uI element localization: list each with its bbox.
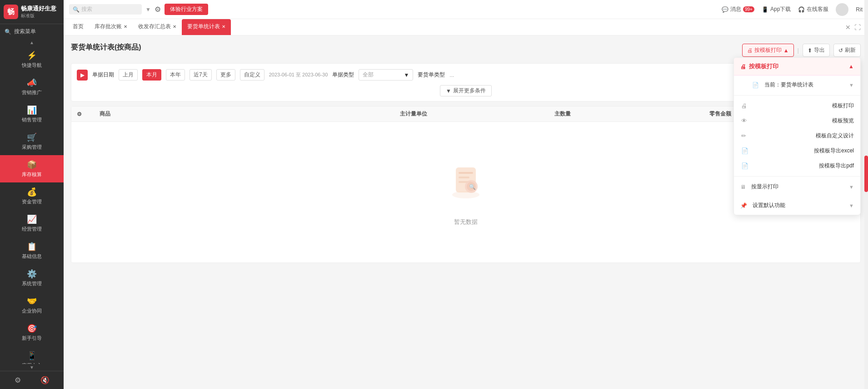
tab-inventory-batch[interactable]: 库存批次账 ✕ [89,19,133,35]
sidebar-item-finance[interactable]: 💰 资金管理 [0,182,64,210]
dropdown-default-function[interactable]: 📌 设置默认功能 ▼ [734,198,860,213]
dropdown-current-template[interactable]: 📄 当前：要货单统计表 ▼ [734,77,860,92]
window-maximize-button[interactable]: ⛶ [854,24,861,31]
expand-down-icon: ▼ [446,88,451,94]
tab-close-inventory-batch[interactable]: ✕ [124,24,127,29]
right-scrollbar[interactable] [864,0,868,389]
dropdown-item-template-custom[interactable]: ✏ 模板自定义设计 [734,128,860,143]
topbar: 🔍 搜索 ▼ ⚙ 体验行业方案 💬 消息 99+ 📱 App下载 🎧 在线客服 … [64,0,868,19]
online-service-button[interactable]: 🎧 在线客服 [798,5,828,13]
operation-icon: 📈 [27,214,37,224]
app-logo-text: 畅康通好生意 标准版 [21,5,56,19]
sidebar-item-inventory[interactable]: 📦 库存核算 [0,155,64,182]
doc-type-chevron-icon: ▼ [404,72,409,78]
empty-state-icon: 🔍 [443,158,489,212]
dropdown-divider-2 [734,176,860,177]
expand-more-button[interactable]: ▼ 展开更多条件 [440,85,492,96]
dropdown-item-template-print[interactable]: 🖨 模板打印 [734,98,860,113]
sidebar-item-basic[interactable]: 📋 基础信息 [0,237,64,264]
window-close-button[interactable]: ✕ [845,24,851,31]
filter-expand-arrow[interactable]: ▶ [77,70,88,81]
doc-type-label: 单据类型 [332,71,354,79]
dropdown-divider-1 [734,95,860,96]
table-col-qty: 主数量 [554,110,700,118]
date-range-display: 2023-06-01 至 2023-06-30 [269,71,328,78]
sidebar-search[interactable]: 🔍 搜索菜单 [0,24,64,39]
avatar[interactable] [836,3,848,16]
guide-icon: 🎯 [27,323,37,333]
sidebar-item-sales[interactable]: 📊 销售管理 [0,101,64,128]
default-function-chevron-icon: ▼ [849,203,854,208]
dropdown-display-print[interactable]: 🖥 按显示打印 ▼ [734,179,860,194]
sidebar-logo: 畅 畅康通好生意 标准版 [0,0,64,24]
page-title: 要货单统计表(按商品) [71,43,141,52]
sidebar-scroll-down[interactable]: ▼ [0,364,64,371]
messages-badge: 99+ [743,6,754,12]
date-filter-label: 单据日期 [92,71,114,79]
main-area: 🔍 搜索 ▼ ⚙ 体验行业方案 💬 消息 99+ 📱 App下载 🎧 在线客服 … [64,0,868,389]
date-btn-custom[interactable]: 自定义 [240,69,264,81]
sound-footer-button[interactable]: 🔇 [40,376,50,384]
date-btn-this-month[interactable]: 本月 [142,69,161,81]
export-icon: ⬆ [808,47,812,54]
refresh-button[interactable]: ↺ 刷新 [833,44,861,57]
marketing-icon: 📣 [27,78,37,88]
topbar-search-box[interactable]: 🔍 搜索 [69,4,142,15]
dropdown-item-template-preview[interactable]: 👁 模板预览 [734,113,860,128]
sidebar-item-quick-nav[interactable]: ⚡ 快捷导航 [0,46,64,73]
tab-close-order-stats[interactable]: ✕ [222,24,225,29]
printer-icon: 🖨 [747,47,753,54]
online-service-icon: 🎧 [798,6,805,13]
content-area: 要货单统计表(按商品) 🖨 按模板打印 ▲ | ⬆ 导出 ↺ 刷新 [64,35,868,389]
table-col-settings[interactable]: ⚙ [77,111,90,117]
tab-order-stats[interactable]: 要货单统计表 ✕ [182,19,231,35]
sidebar-item-marketing[interactable]: 📣 营销推广 [0,73,64,101]
settings-footer-button[interactable]: ⚙ [15,376,21,384]
sidebar-scroll-up[interactable]: ▲ [0,39,64,46]
search-icon: 🔍 [5,29,11,35]
topbar-gear-icon[interactable]: ⚙ [155,5,161,14]
sales-icon: 📊 [27,105,37,115]
display-print-chevron-icon: ▼ [849,184,854,190]
sidebar-item-operation[interactable]: 📈 经营管理 [0,210,64,237]
sidebar-item-enterprise[interactable]: 🤝 企业协同 [0,292,64,319]
trial-button[interactable]: 体验行业方案 [165,4,208,15]
doc-type-select[interactable]: 全部 ▼ [359,69,413,81]
dropdown-item-export-pdf[interactable]: 📄 按模板导出pdf [734,158,860,173]
tab-bar: 首页 库存批次账 ✕ 收发存汇总表 ✕ 要货单统计表 ✕ ✕ ⛶ [64,19,868,35]
app-download-icon: 📱 [762,6,768,13]
dropdown-collapse-icon[interactable]: ▲ [848,63,854,70]
dropdown-header-left: 🖨 按模板打印 [740,62,778,71]
table-settings-icon[interactable]: ⚙ [77,111,82,117]
sidebar-item-purchase[interactable]: 🛒 采购管理 [0,128,64,155]
dropdown-item-export-excel[interactable]: 📄 按模板导出excel [734,143,860,158]
date-btn-last-month[interactable]: 上月 [119,69,138,81]
inventory-icon: 📦 [27,160,37,170]
messages-button[interactable]: 💬 消息 99+ [722,5,754,13]
app-logo-icon: 畅 [4,5,18,19]
empty-state-text: 暂无数据 [454,218,478,226]
table-col-product: 商品 [100,110,391,118]
date-btn-this-year[interactable]: 本年 [166,69,185,81]
export-button[interactable]: ⬆ 导出 [803,44,830,57]
default-function-icon: 📌 [740,202,747,209]
tab-home[interactable]: 首页 [67,19,89,35]
print-template-button[interactable]: 🖨 按模板打印 ▲ [742,44,794,57]
window-buttons: ✕ ⛶ [842,19,864,35]
topbar-chevron-icon[interactable]: ▼ [145,6,151,13]
sidebar-item-guide[interactable]: 🎯 新手引导 [0,319,64,346]
user-name: Rit [856,6,863,13]
current-template-chevron-icon: ▼ [849,82,854,88]
system-icon: ⚙️ [27,269,37,279]
topbar-right: 💬 消息 99+ 📱 App下载 🎧 在线客服 Rit [722,3,863,16]
sidebar-item-app-center[interactable]: 📱 应用中心 [0,346,64,364]
date-btn-7days[interactable]: 近7天 [190,69,212,81]
tab-close-receipt-summary[interactable]: ✕ [173,24,176,29]
dropdown-section-default: 📌 设置默认功能 ▼ [734,196,860,215]
tab-receipt-summary[interactable]: 收发存汇总表 ✕ [133,19,182,35]
date-btn-more[interactable]: 更多 [216,69,235,81]
app-center-icon: 📱 [27,351,37,361]
sidebar-item-system[interactable]: ⚙️ 系统管理 [0,264,64,292]
sidebar: 畅 畅康通好生意 标准版 🔍 搜索菜单 ▲ ⚡ 快捷导航 📣 营销推广 📊 销售… [0,0,64,389]
app-download-button[interactable]: 📱 App下载 [762,5,791,13]
